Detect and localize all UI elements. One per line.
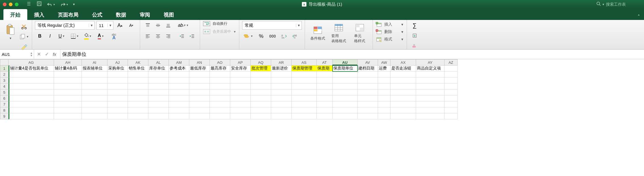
cell-AN4[interactable]	[189, 83, 210, 89]
tab-插入[interactable]: 插入	[27, 9, 51, 20]
row-header-8[interactable]: 8	[0, 107, 9, 113]
cell-AL2[interactable]	[148, 71, 169, 77]
tab-公式[interactable]: 公式	[85, 9, 109, 20]
cell-AI4[interactable]	[82, 83, 107, 89]
increase-font-button[interactable]: A▴	[115, 21, 125, 30]
cell-AQ1[interactable]: 批次管理	[251, 66, 271, 71]
cell-AM5[interactable]	[169, 89, 189, 95]
qat-customize-icon[interactable]: ▾	[73, 2, 75, 6]
orientation-button[interactable]: ab↗▼	[177, 21, 190, 30]
percent-button[interactable]: %	[256, 32, 266, 40]
cell-AY9[interactable]	[416, 113, 444, 119]
row-header-1[interactable]: 1	[0, 66, 9, 71]
cell-AG8[interactable]	[9, 107, 54, 113]
cell-AL8[interactable]	[148, 107, 169, 113]
row-header-5[interactable]: 5	[0, 89, 9, 95]
cell-AO3[interactable]	[210, 77, 230, 83]
currency-button[interactable]: ▼	[242, 32, 255, 40]
cell-AG4[interactable]	[9, 83, 54, 89]
cell-AK1[interactable]: 销售单位	[128, 66, 148, 71]
cell-AZ4[interactable]	[444, 83, 458, 89]
cell-AM2[interactable]	[169, 71, 189, 77]
cell-AM6[interactable]	[169, 95, 189, 101]
cell-AR4[interactable]	[271, 83, 292, 89]
col-header-AW[interactable]: AW	[378, 59, 390, 66]
cell-AI9[interactable]	[82, 113, 107, 119]
cell-AP7[interactable]	[230, 101, 251, 107]
cell-AH8[interactable]	[54, 107, 82, 113]
cell-AN6[interactable]	[189, 95, 210, 101]
col-header-AU[interactable]: AU	[333, 59, 358, 66]
cell-AS1[interactable]: 保质期管理	[292, 66, 317, 71]
cell-AJ9[interactable]	[107, 113, 128, 119]
insert-cells-button[interactable]: + 插入▼	[376, 21, 404, 28]
border-button[interactable]: ▼	[68, 32, 81, 40]
cell-AK3[interactable]	[128, 77, 148, 83]
number-format-combo[interactable]: 常规▼	[242, 21, 302, 30]
decrease-font-button[interactable]: A▾	[126, 21, 136, 30]
cell-AM1[interactable]: 参考成本	[169, 66, 189, 71]
cell-AX2[interactable]	[390, 71, 416, 77]
cell-AY5[interactable]	[416, 89, 444, 95]
search-sheet[interactable]: ▾	[597, 2, 640, 7]
cell-AT4[interactable]	[317, 83, 333, 89]
wrap-text-button[interactable]: 自动换行	[203, 21, 227, 26]
col-header-AH[interactable]: AH	[54, 59, 82, 66]
row-header-2[interactable]: 2	[0, 71, 9, 77]
cell-AL4[interactable]	[148, 83, 169, 89]
cell-AX6[interactable]	[390, 95, 416, 101]
cell-AW2[interactable]	[378, 71, 390, 77]
cell-AW4[interactable]	[378, 83, 390, 89]
cell-AN2[interactable]	[189, 71, 210, 77]
cell-AM8[interactable]	[169, 107, 189, 113]
cell-AM9[interactable]	[169, 113, 189, 119]
undo-icon[interactable]: ▾	[47, 2, 55, 6]
cell-AU2[interactable]	[333, 71, 358, 77]
cell-AL5[interactable]	[148, 89, 169, 95]
cell-AG5[interactable]	[9, 89, 54, 95]
align-middle-button[interactable]	[153, 21, 163, 30]
cell-AY1[interactable]: 商品自定义项	[416, 66, 444, 71]
tab-页面布局[interactable]: 页面布局	[51, 9, 85, 20]
cell-AJ4[interactable]	[107, 83, 128, 89]
cell-AP2[interactable]	[230, 71, 251, 77]
align-center-button[interactable]	[153, 32, 163, 40]
cell-AX3[interactable]	[390, 77, 416, 83]
name-box[interactable]: ▲▼	[0, 50, 34, 59]
cell-AJ1[interactable]: 采购单位	[107, 66, 128, 71]
merge-center-button[interactable]: 合并后居中 ▼	[203, 29, 236, 34]
cell-AP8[interactable]	[230, 107, 251, 113]
fill-button[interactable]	[410, 31, 419, 40]
cell-AZ8[interactable]	[444, 107, 458, 113]
cell-AN5[interactable]	[189, 89, 210, 95]
cell-AW1[interactable]: 运费	[378, 66, 390, 71]
formula-input[interactable]	[60, 50, 641, 59]
cell-AO6[interactable]	[210, 95, 230, 101]
col-header-AX[interactable]: AX	[390, 59, 416, 66]
cell-AR8[interactable]	[271, 107, 292, 113]
fill-color-button[interactable]: ▼	[82, 32, 94, 40]
window-maximize-icon[interactable]	[15, 3, 18, 6]
cell-AZ3[interactable]	[444, 77, 458, 83]
cell-AQ9[interactable]	[251, 113, 271, 119]
ribbon-collapse-icon[interactable]: ˄	[637, 14, 640, 20]
save-icon[interactable]	[37, 1, 42, 7]
cell-AM3[interactable]	[169, 77, 189, 83]
cell-AS3[interactable]	[292, 77, 317, 83]
cell-AH2[interactable]	[54, 71, 82, 77]
cell-AG1[interactable]: 辅计量4是否包装单位	[9, 66, 54, 71]
cell-AP6[interactable]	[230, 95, 251, 101]
cell-AJ2[interactable]	[107, 71, 128, 77]
row-header-3[interactable]: 3	[0, 77, 9, 83]
format-as-table-button[interactable]: 套用 表格格式	[329, 21, 349, 46]
cell-AH7[interactable]	[54, 101, 82, 107]
cell-AO7[interactable]	[210, 101, 230, 107]
col-header-AO[interactable]: AO	[210, 59, 230, 66]
phonetic-button[interactable]: abcA	[108, 32, 120, 40]
increase-decimal-button[interactable]: .0.00	[279, 32, 289, 40]
cell-AS5[interactable]	[292, 89, 317, 95]
cell-AO4[interactable]	[210, 83, 230, 89]
col-header-AY[interactable]: AY	[416, 59, 444, 66]
cell-AP4[interactable]	[230, 83, 251, 89]
cell-AX9[interactable]	[390, 113, 416, 119]
